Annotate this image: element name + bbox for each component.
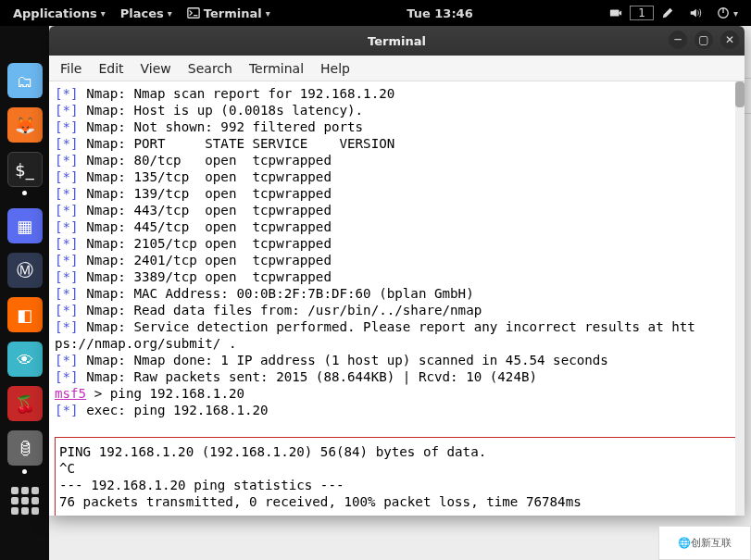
minimize-button[interactable]: ─ xyxy=(669,31,687,49)
clock[interactable]: Tue 13:46 xyxy=(399,6,480,20)
power-menu[interactable]: ▾ xyxy=(709,6,745,19)
terminal-menubar: File Edit View Search Terminal Help xyxy=(49,56,745,81)
dock-recon-icon[interactable]: 👁 xyxy=(7,342,43,377)
terminal-body[interactable]: [*] Nmap: Nmap scan report for 192.168.1… xyxy=(49,81,745,516)
menu-search[interactable]: Search xyxy=(188,61,232,76)
terminal-window: Terminal ─ ▢ ✕ File Edit View Search Ter… xyxy=(49,26,745,516)
left-dock: 🗂 🦊 $_ ▦ Ⓜ ◧ 👁 🍒 🛢 xyxy=(0,26,49,560)
svg-rect-1 xyxy=(610,10,620,17)
dock-show-apps-icon[interactable] xyxy=(11,487,39,515)
workspace-indicator[interactable]: 1 xyxy=(630,6,654,20)
menu-file[interactable]: File xyxy=(60,61,81,76)
terminal-title: Terminal xyxy=(368,34,426,48)
gnome-top-panel: Applications ▾ Places ▾ Terminal ▾ Tue 1… xyxy=(0,0,751,26)
menu-help[interactable]: Help xyxy=(320,61,350,76)
terminal-scrollbar[interactable] xyxy=(735,81,745,516)
dock-metasploit-icon[interactable]: Ⓜ xyxy=(7,253,43,288)
camera-icon[interactable] xyxy=(602,6,630,19)
menu-edit[interactable]: Edit xyxy=(98,61,123,76)
dock-cherrytree-icon[interactable]: 🍒 xyxy=(7,386,43,421)
dock-burp-icon[interactable]: ◧ xyxy=(7,297,43,332)
terminal-icon xyxy=(187,6,200,19)
dock-files-icon[interactable]: 🗂 xyxy=(7,63,43,98)
terminal-appmenu[interactable]: Terminal ▾ xyxy=(180,6,278,20)
close-button[interactable]: ✕ xyxy=(720,31,739,49)
dock-terminal-icon[interactable]: $_ xyxy=(7,152,43,187)
dock-firefox-icon[interactable]: 🦊 xyxy=(7,107,43,143)
maximize-button[interactable]: ▢ xyxy=(695,31,713,49)
places-menu[interactable]: Places ▾ xyxy=(113,6,180,20)
volume-icon[interactable] xyxy=(682,6,709,19)
svg-rect-0 xyxy=(188,8,199,19)
terminal-titlebar[interactable]: Terminal ─ ▢ ✕ xyxy=(49,26,745,56)
dock-text-editor-icon[interactable]: ▦ xyxy=(7,208,43,243)
dock-sqlitebrowser-icon[interactable]: 🛢 xyxy=(7,430,43,466)
brush-icon[interactable] xyxy=(654,6,682,19)
watermark: 🌐 创新互联 xyxy=(658,526,751,560)
menu-view[interactable]: View xyxy=(141,61,171,76)
applications-menu[interactable]: Applications ▾ xyxy=(6,6,113,20)
menu-terminal[interactable]: Terminal xyxy=(249,61,304,76)
